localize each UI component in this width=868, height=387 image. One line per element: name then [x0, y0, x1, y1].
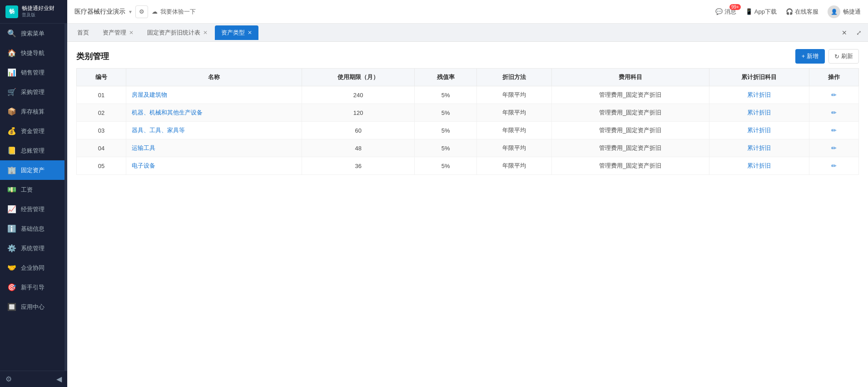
sidebar-item-fund[interactable]: 💰 资金管理: [0, 121, 64, 141]
edit-icon[interactable]: ✏: [831, 91, 837, 99]
edit-icon[interactable]: ✏: [831, 162, 837, 169]
sidebar-item-sales[interactable]: 📊 销售管理: [0, 63, 64, 82]
quick-nav-icon: 🏠: [7, 49, 16, 57]
sidebar-item-app-center[interactable]: 🔲 应用中心: [0, 297, 64, 317]
sidebar-item-label: 应用中心: [21, 303, 45, 311]
main-content: 医疗器械行业演示 ▾ ⚙ ☁ 我要体验一下 💬 消息 99+ 📱 App下载 🎧…: [67, 0, 868, 387]
app-subtitle: 普及版: [22, 12, 55, 18]
sidebar-item-guide[interactable]: 🎯 新手引导: [0, 278, 64, 297]
sidebar-item-payroll[interactable]: 💵 工资: [0, 180, 64, 199]
company-dropdown-icon[interactable]: ▾: [129, 9, 132, 15]
tabbar-controls: ✕ ⤢: [839, 27, 864, 38]
company-settings-icon[interactable]: ⚙: [135, 5, 148, 18]
cell-accumulated[interactable]: 累计折旧: [709, 86, 809, 104]
sidebar-item-label: 新手引导: [21, 283, 45, 292]
cell-name[interactable]: 器具、工具、家具等: [126, 122, 302, 139]
app-download-action[interactable]: 📱 App下载: [745, 8, 777, 16]
basic-info-icon: ℹ️: [7, 224, 16, 233]
cell-code: 01: [77, 86, 126, 104]
tab-label: 固定资产折旧统计表: [147, 29, 200, 37]
user-menu[interactable]: 👤 畅捷通: [828, 5, 861, 18]
topbar: 医疗器械行业演示 ▾ ⚙ ☁ 我要体验一下 💬 消息 99+ 📱 App下载 🎧…: [67, 0, 868, 24]
tab-close-icon[interactable]: ✕: [203, 30, 208, 35]
tab-home[interactable]: 首页: [71, 25, 95, 40]
cell-name[interactable]: 运输工具: [126, 139, 302, 157]
online-service-action[interactable]: 🎧 在线客服: [786, 8, 818, 16]
sidebar-nav: 🔍 搜索菜单 🏠 快捷导航 📊 销售管理 🛒 采购管理 📦 库存核算 💰 资金管…: [0, 24, 64, 371]
sidebar-footer: ⚙ ◀: [0, 371, 67, 387]
cell-period: 60: [302, 122, 415, 139]
cell-action[interactable]: ✏: [809, 157, 858, 175]
cell-accumulated[interactable]: 累计折旧: [709, 139, 809, 157]
cell-action[interactable]: ✏: [809, 139, 858, 157]
sidebar-item-operation[interactable]: 📈 经营管理: [0, 199, 64, 219]
sidebar-item-label: 基础信息: [21, 225, 45, 233]
sidebar-item-label: 资金管理: [21, 127, 45, 135]
cell-accumulated[interactable]: 累计折旧: [709, 157, 809, 175]
table-container: 编号名称使用期限（月）残值率折旧方法费用科目累计折旧科目操作 01 房屋及建筑物…: [67, 68, 868, 387]
table-row: 01 房屋及建筑物 240 5% 年限平均 管理费用_固定资产折旧 累计折旧 ✏: [77, 86, 859, 104]
sidebar-item-label: 销售管理: [21, 69, 45, 77]
col-header: 编号: [77, 69, 126, 86]
cell-accumulated[interactable]: 累计折旧: [709, 122, 809, 139]
tab-asset-mgmt[interactable]: 资产管理✕: [96, 25, 140, 40]
sidebar-item-ledger[interactable]: 📒 总账管理: [0, 141, 64, 160]
cell-action[interactable]: ✏: [809, 86, 858, 104]
sidebar-item-inventory[interactable]: 📦 库存核算: [0, 102, 64, 121]
topbar-left: 医疗器械行业演示 ▾ ⚙ ☁ 我要体验一下: [74, 5, 196, 18]
cell-expense: 管理费用_固定资产折旧: [551, 104, 709, 122]
avatar: 👤: [828, 5, 840, 18]
tab-asset-type[interactable]: 资产类型✕: [215, 25, 258, 40]
cell-period: 48: [302, 139, 415, 157]
page-title: 类别管理: [76, 51, 109, 62]
cell-accumulated[interactable]: 累计折旧: [709, 104, 809, 122]
headset-icon: 🎧: [786, 8, 793, 15]
sidebar-scrollbar[interactable]: [64, 24, 67, 371]
try-experience-btn[interactable]: ☁ 我要体验一下: [152, 8, 196, 16]
cell-method: 年限平均: [477, 86, 552, 104]
table-row: 05 电子设备 36 5% 年限平均 管理费用_固定资产折旧 累计折旧 ✏: [77, 157, 859, 175]
close-tab-btn[interactable]: ✕: [839, 27, 850, 38]
table-row: 03 器具、工具、家具等 60 5% 年限平均 管理费用_固定资产折旧 累计折旧…: [77, 122, 859, 139]
cell-action[interactable]: ✏: [809, 104, 858, 122]
table-row: 02 机器、机械和其他生产设备 120 5% 年限平均 管理费用_固定资产折旧 …: [77, 104, 859, 122]
edit-icon[interactable]: ✏: [831, 109, 837, 116]
tab-depreciation-table[interactable]: 固定资产折旧统计表✕: [141, 25, 214, 40]
sidebar-item-basic-info[interactable]: ℹ️ 基础信息: [0, 219, 64, 238]
tab-close-icon[interactable]: ✕: [129, 30, 134, 35]
collapse-icon[interactable]: ◀: [56, 375, 62, 383]
purchase-icon: 🛒: [7, 88, 16, 96]
sidebar-item-label: 系统管理: [21, 244, 45, 253]
message-action[interactable]: 💬 消息 99+: [715, 8, 736, 16]
topbar-right: 💬 消息 99+ 📱 App下载 🎧 在线客服 👤 畅捷通: [715, 5, 861, 18]
new-button[interactable]: + 新增: [795, 49, 825, 64]
sidebar-item-system[interactable]: ⚙️ 系统管理: [0, 238, 64, 258]
sidebar-item-label: 总账管理: [21, 147, 45, 155]
refresh-button[interactable]: ↻ 刷新: [828, 49, 859, 64]
edit-icon[interactable]: ✏: [831, 127, 837, 134]
refresh-icon: ↻: [834, 53, 839, 60]
cell-name[interactable]: 电子设备: [126, 157, 302, 175]
tab-label: 首页: [77, 29, 89, 37]
cell-period: 120: [302, 104, 415, 122]
cell-expense: 管理费用_固定资产折旧: [551, 157, 709, 175]
cell-period: 36: [302, 157, 415, 175]
sidebar-item-cooperation[interactable]: 🤝 企业协同: [0, 258, 64, 278]
edit-icon[interactable]: ✏: [831, 144, 837, 152]
sidebar-item-quick-nav[interactable]: 🏠 快捷导航: [0, 43, 64, 63]
sidebar-item-fixed-assets[interactable]: 🏢 固定资产: [0, 160, 64, 180]
sidebar-item-purchase[interactable]: 🛒 采购管理: [0, 82, 64, 102]
company-name[interactable]: 医疗器械行业演示: [74, 8, 125, 16]
cell-action[interactable]: ✏: [809, 122, 858, 139]
maximize-btn[interactable]: ⤢: [853, 27, 864, 38]
sidebar-item-label: 搜索菜单: [21, 30, 45, 38]
cell-name[interactable]: 房屋及建筑物: [126, 86, 302, 104]
sidebar-header: 畅 畅捷通好业财 普及版: [0, 0, 67, 24]
cell-residual: 5%: [415, 86, 477, 104]
tab-close-icon[interactable]: ✕: [248, 30, 252, 35]
settings-icon[interactable]: ⚙: [5, 375, 12, 383]
sidebar-item-label: 工资: [21, 186, 33, 194]
sidebar-item-search[interactable]: 🔍 搜索菜单: [0, 24, 64, 43]
cell-name[interactable]: 机器、机械和其他生产设备: [126, 104, 302, 122]
search-icon: 🔍: [7, 29, 16, 38]
